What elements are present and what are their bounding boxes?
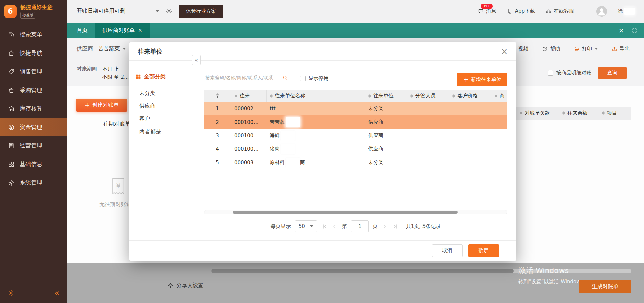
create-statement-button[interactable]: + 创建对账单 <box>76 99 127 112</box>
column-header-manager[interactable]: 分管人员 <box>407 90 449 102</box>
column-header-code[interactable]: 往来... <box>231 90 267 102</box>
help-button[interactable]: 帮助 <box>542 46 560 52</box>
table-row[interactable]: 5 000003 原材料商 未分类 <box>204 156 507 169</box>
partner-code: 000100... <box>231 129 266 142</box>
online-support-button[interactable]: 在线客服 <box>546 8 574 14</box>
next-page-icon[interactable] <box>382 223 388 230</box>
page-suffix-label: 页 <box>373 223 378 230</box>
sidebar-item-sales[interactable]: 销售管理 <box>0 62 67 81</box>
column-header-price[interactable]: 客户价格... <box>449 90 491 102</box>
category-all[interactable]: 全部分类 <box>129 73 200 80</box>
close-all-tabs-icon[interactable]: × <box>618 27 624 34</box>
privacy-mask <box>286 158 300 168</box>
add-partner-button[interactable]: + 新增往来单位 <box>457 73 507 86</box>
account-date-setting[interactable]: 开账日期可停用可删 <box>77 8 159 15</box>
close-icon[interactable]: × <box>501 47 508 56</box>
print-button[interactable]: 打印 <box>574 46 598 52</box>
last-page-icon[interactable] <box>392 223 399 230</box>
trial-solution-button[interactable]: 体验行业方案 <box>179 5 223 18</box>
partner-name-cell: 海鲜 <box>266 129 365 142</box>
column-header-balance[interactable]: 往来余额 <box>559 110 599 116</box>
settings-gear-icon[interactable] <box>166 8 172 15</box>
column-header-project[interactable]: 项目 <box>599 110 629 116</box>
query-button[interactable]: 查询 <box>598 67 627 79</box>
period-filter[interactable]: 对账期间 本月 上 不限 至 2... <box>77 65 129 81</box>
cancel-button[interactable]: 取消 <box>432 244 463 257</box>
page-number-input[interactable] <box>351 220 369 232</box>
sidebar-item-funds[interactable]: 资金管理 <box>0 118 67 136</box>
messages-button[interactable]: 99+ 消息 <box>478 8 496 14</box>
message-bubble-icon <box>478 8 484 14</box>
per-page-select[interactable]: 50 <box>295 220 317 232</box>
detail-checkbox[interactable] <box>548 70 553 76</box>
detail-checkbox-label: 按商品明细对账 <box>556 70 591 76</box>
category-item-supplier[interactable]: 供应商 <box>129 100 200 112</box>
sidebar-item-business[interactable]: 经营管理 <box>0 136 67 155</box>
tab-label: 首页 <box>77 27 88 34</box>
sidebar-item-purchase[interactable]: 采购管理 <box>0 81 67 99</box>
first-page-icon[interactable] <box>321 223 328 230</box>
column-header-more[interactable]: 商... <box>491 90 507 102</box>
prev-page-icon[interactable] <box>332 223 338 230</box>
category-item-unclassified[interactable]: 未分类 <box>129 87 200 100</box>
table-row[interactable]: 4 000100... 猪肉 供应商 <box>204 142 507 156</box>
user-avatar[interactable] <box>596 6 607 17</box>
shopping-bag-icon <box>8 87 15 94</box>
column-label: 往来... <box>240 93 255 99</box>
confirm-button[interactable]: 确定 <box>468 244 499 257</box>
row-index: 5 <box>204 156 231 169</box>
scrollbar-thumb[interactable] <box>211 269 514 273</box>
sidebar-item-inventory[interactable]: 库存核算 <box>0 99 67 118</box>
app-download-button[interactable]: App下载 <box>507 8 535 14</box>
collapse-sidebar-icon[interactable]: « <box>54 289 59 297</box>
partner-table: 往来... 往来单位名称 往来单位... 分管人员 客户价格... 商... 1… <box>204 90 507 169</box>
sidebar-item-search-menu[interactable]: 搜索菜单 <box>0 25 67 44</box>
scrollbar-thumb[interactable] <box>233 211 458 214</box>
partner-more <box>492 142 507 156</box>
tab-close-icon[interactable]: × <box>138 27 142 33</box>
table-row[interactable]: 2 000100... 苦苦蔬 供应商 <box>204 115 507 129</box>
table-row[interactable]: 1 000002 ttt 未分类 <box>204 102 507 115</box>
sidebar-item-quick-nav[interactable]: 快捷导航 <box>0 44 67 62</box>
detail-checkbox-row: 按商品明细对账 <box>548 70 591 76</box>
user-menu[interactable]: 徐 <box>618 8 635 15</box>
generate-statement-button[interactable]: 生成对账单 <box>579 280 631 293</box>
filter-right: 按商品明细对账 查询 <box>548 67 627 79</box>
supplier-dropdown[interactable]: 苦苦蔬菜 <box>98 45 126 53</box>
share-settings-button[interactable]: 分享人设置 <box>168 282 203 289</box>
sidebar-item-label: 采购管理 <box>20 86 42 94</box>
column-label: 对账单欠款 <box>525 110 550 116</box>
search-icon[interactable] <box>282 75 288 81</box>
column-settings-button[interactable] <box>204 90 231 102</box>
column-header-name[interactable]: 往来单位名称 <box>267 90 365 102</box>
sidebar-item-system[interactable]: 系统管理 <box>0 173 67 192</box>
show-disabled-checkbox[interactable] <box>300 76 306 81</box>
partner-search-input[interactable] <box>204 73 282 83</box>
tab-supplier-statement[interactable]: 供应商对账单 × <box>95 23 150 38</box>
divider <box>567 46 567 52</box>
sidebar-item-basic-info[interactable]: 基础信息 <box>0 155 67 173</box>
table-row[interactable]: 3 000100... 海鲜 供应商 <box>204 129 507 142</box>
partner-code: 000002 <box>231 102 266 115</box>
price-tag-icon <box>8 68 15 75</box>
tab-home[interactable]: 首页 <box>69 23 95 38</box>
windows-activation-watermark: 激活 Windows 转到“设置”以激活 Windows。 <box>518 266 588 285</box>
sidebar-item-label: 搜索菜单 <box>20 31 42 38</box>
column-label: 客户价格... <box>457 93 482 99</box>
column-header-debt[interactable]: 对账单欠款 <box>516 110 559 116</box>
help-label: 帮助 <box>550 46 560 52</box>
fullscreen-icon[interactable] <box>632 28 637 33</box>
divider <box>535 46 535 52</box>
export-button[interactable]: 导出 <box>612 46 630 52</box>
svg-text:¥: ¥ <box>116 182 120 189</box>
dialog-horizontal-scrollbar[interactable] <box>204 210 507 214</box>
partner-code: 000100... <box>231 142 266 156</box>
settings-gear-icon[interactable] <box>8 290 15 296</box>
app-logo: 6 畅捷通好生意 标准版 <box>0 0 67 23</box>
column-header-type[interactable]: 往来单位... <box>365 90 407 102</box>
collapse-panel-button[interactable]: « <box>192 55 201 65</box>
category-item-both[interactable]: 两者都是 <box>129 125 200 138</box>
period-value: 本月 上 不限 至 2... <box>102 65 129 81</box>
partner-price <box>449 156 492 169</box>
category-item-customer[interactable]: 客户 <box>129 112 200 125</box>
